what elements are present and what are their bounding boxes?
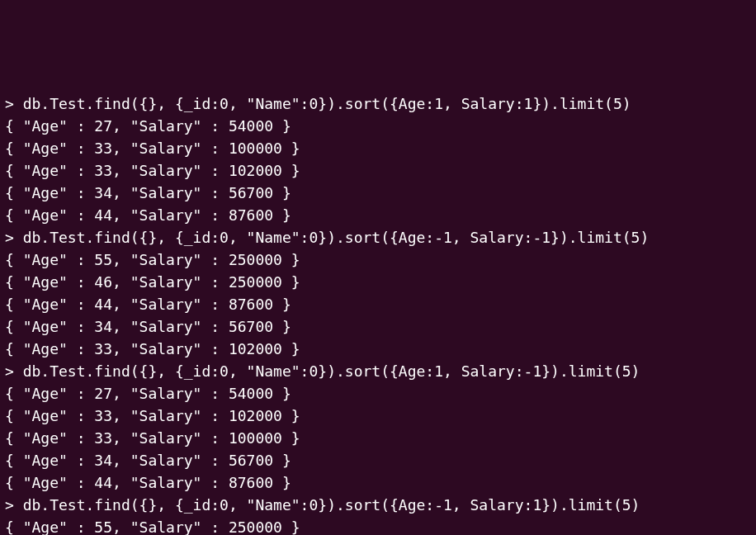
output-line: { "Age" : 34, "Salary" : 56700 } bbox=[5, 182, 751, 204]
output-line: { "Age" : 27, "Salary" : 54000 } bbox=[5, 382, 751, 405]
output-line: { "Age" : 33, "Salary" : 100000 } bbox=[5, 427, 751, 449]
output-line: { "Age" : 33, "Salary" : 102000 } bbox=[5, 405, 751, 427]
command-line: > db.Test.find({}, {_id:0, "Name":0}).so… bbox=[5, 92, 751, 115]
command-line: > db.Test.find({}, {_id:0, "Name":0}).so… bbox=[5, 226, 751, 249]
output-line: { "Age" : 44, "Salary" : 87600 } bbox=[5, 471, 751, 494]
output-line: { "Age" : 55, "Salary" : 250000 } bbox=[5, 249, 751, 271]
output-line: { "Age" : 34, "Salary" : 56700 } bbox=[5, 449, 751, 471]
output-line: { "Age" : 33, "Salary" : 100000 } bbox=[5, 137, 751, 159]
output-line: { "Age" : 33, "Salary" : 102000 } bbox=[5, 159, 751, 182]
output-line: { "Age" : 55, "Salary" : 250000 } bbox=[5, 516, 751, 535]
command-line: > db.Test.find({}, {_id:0, "Name":0}).so… bbox=[5, 360, 751, 382]
terminal-output[interactable]: > db.Test.find({}, {_id:0, "Name":0}).so… bbox=[5, 92, 751, 535]
output-line: { "Age" : 27, "Salary" : 54000 } bbox=[5, 115, 751, 137]
output-line: { "Age" : 34, "Salary" : 56700 } bbox=[5, 315, 751, 338]
output-line: { "Age" : 44, "Salary" : 87600 } bbox=[5, 293, 751, 315]
output-line: { "Age" : 44, "Salary" : 87600 } bbox=[5, 204, 751, 226]
command-line: > db.Test.find({}, {_id:0, "Name":0}).so… bbox=[5, 494, 751, 516]
output-line: { "Age" : 46, "Salary" : 250000 } bbox=[5, 271, 751, 293]
output-line: { "Age" : 33, "Salary" : 102000 } bbox=[5, 338, 751, 360]
